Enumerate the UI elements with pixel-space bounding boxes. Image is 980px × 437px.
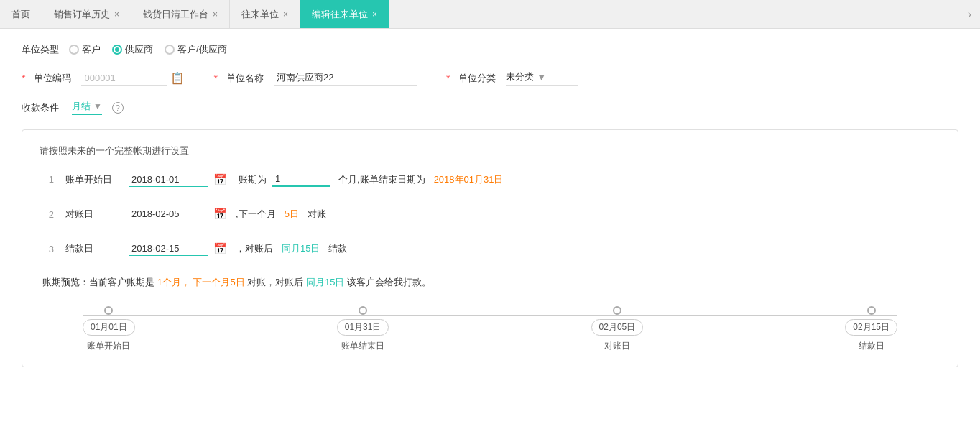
tab-cash-work[interactable]: 钱货日清工作台 ×	[131, 0, 230, 28]
row-1-cal-icon[interactable]: 📅	[213, 173, 227, 186]
row-2-date-input[interactable]	[129, 207, 208, 221]
radio-customer-label: 客户	[82, 43, 101, 56]
payment-select[interactable]: 月结 ▼	[72, 100, 102, 115]
payment-help-icon[interactable]: ?	[112, 102, 124, 114]
row-2-num: 2	[40, 209, 54, 220]
tab-partner-label: 往来单位	[241, 8, 279, 21]
payment-row: 收款条件 月结 ▼ ?	[22, 100, 958, 115]
unit-code-star: *	[22, 73, 25, 84]
timeline-label-3: 对账日	[604, 340, 630, 352]
unit-class-field[interactable]: 未分类 ▼	[506, 70, 578, 86]
payment-select-value: 月结	[72, 100, 91, 113]
row-2-suffix-prefix: ,下一个月	[236, 208, 276, 221]
row-3-key: 结款日	[65, 242, 123, 255]
payment-select-arrow: ▼	[93, 101, 102, 111]
timeline-point-4: 02月15日 结款日	[845, 306, 897, 352]
timeline-date-3: 02月05日	[591, 319, 644, 336]
unit-name-input[interactable]	[274, 71, 417, 86]
row-2-highlight: 5日	[285, 208, 299, 221]
preview-row: 账期预览：当前客户账期是 1个月， 下一个月5日 对账，对账后 同月15日 该客…	[40, 276, 940, 289]
unit-name-label: 单位名称	[226, 72, 264, 85]
card-row-1: 1 账单开始日 📅 账期为 个月,账单结束日期为 2018年01月31日	[40, 172, 940, 187]
tab-sales-history-close[interactable]: ×	[114, 10, 119, 19]
timeline-dot-3	[613, 306, 621, 315]
preview-label: 账期预览：当前客户账期是	[42, 277, 154, 288]
radio-customer-circle	[69, 45, 79, 55]
tab-bar: 首页 销售订单历史 × 钱货日清工作台 × 往来单位 × 编辑往来单位 × ›	[0, 0, 980, 29]
timeline-dot-1	[104, 306, 113, 315]
preview-part3: 对账，对账后	[247, 277, 303, 288]
row-3-date-input[interactable]	[129, 242, 208, 256]
tab-sales-history[interactable]: 销售订单历史 ×	[42, 0, 131, 28]
timeline-label-1: 账单开始日	[87, 340, 130, 352]
row-3-suffix-prefix: ，对账后	[236, 242, 273, 255]
row-2-suffix-end: 对账	[308, 208, 326, 221]
row-3-suffix-end: 结款	[328, 242, 347, 255]
radio-both[interactable]: 客户/供应商	[165, 43, 227, 56]
card-title: 请按照未来的一个完整帐期进行设置	[40, 144, 940, 157]
card-section: 请按照未来的一个完整帐期进行设置 1 账单开始日 📅 账期为 个月,账单结束日期…	[22, 129, 958, 367]
unit-info-row: * 单位编码 📋 * 单位名称 * 单位分类 未分类 ▼	[22, 70, 958, 86]
row-3-num: 3	[40, 244, 54, 254]
unit-code-input[interactable]	[81, 71, 167, 86]
radio-both-label: 客户/供应商	[177, 43, 227, 56]
tab-edit-partner-label: 编辑往来单位	[312, 8, 368, 21]
row-3-highlight: 同月15日	[282, 242, 320, 255]
timeline-date-2: 01月31日	[337, 319, 389, 336]
tab-cash-work-close[interactable]: ×	[213, 10, 218, 19]
preview-part4: 同月15日	[306, 277, 344, 288]
preview-part5: 该客户会给我打款。	[347, 277, 431, 288]
tab-home[interactable]: 首页	[0, 0, 42, 28]
unit-type-row: 单位类型 客户 供应商 客户/供应商	[22, 43, 958, 56]
tab-edit-partner-close[interactable]: ×	[372, 10, 377, 19]
row-1-date-input[interactable]	[129, 172, 208, 187]
tab-sales-history-label: 销售订单历史	[54, 8, 110, 21]
timeline-track: 01月01日 账单开始日 01月31日 账单结束日 02月05日 对账日	[83, 306, 897, 352]
radio-supplier-label: 供应商	[125, 43, 153, 56]
unit-class-value: 未分类	[506, 70, 534, 83]
unit-class-label: 单位分类	[458, 72, 496, 85]
preview-part1: 1个月，	[157, 277, 190, 288]
row-2-cal-icon[interactable]: 📅	[213, 208, 227, 221]
unit-code-field: 📋	[81, 71, 185, 86]
timeline-label-2: 账单结束日	[341, 340, 384, 352]
timeline-label-4: 结款日	[859, 340, 884, 352]
unit-class-dropdown-arrow[interactable]: ▼	[537, 72, 546, 83]
unit-name-field	[274, 71, 417, 86]
row-1-period-input[interactable]	[272, 172, 330, 187]
row-1-mid-label: 账期为	[239, 173, 267, 186]
timeline-point-2: 01月31日 账单结束日	[337, 306, 389, 352]
row-1-num: 1	[40, 174, 54, 185]
row-1-key: 账单开始日	[65, 173, 123, 186]
timeline-dot-2	[359, 306, 367, 315]
unit-type-label: 单位类型	[22, 43, 59, 56]
tab-scroll-arrow[interactable]: ›	[959, 0, 980, 28]
tab-partner-close[interactable]: ×	[283, 10, 288, 19]
payment-label: 收款条件	[22, 101, 59, 114]
page-content: 单位类型 客户 供应商 客户/供应商 * 单位编码 📋 * 单位名称	[0, 29, 980, 437]
row-1-period-unit: 个月,账单结束日期为	[338, 173, 425, 186]
radio-customer[interactable]: 客户	[69, 43, 101, 56]
radio-group: 客户 供应商 客户/供应商	[69, 43, 227, 56]
row-2-key: 对账日	[65, 208, 123, 221]
unit-code-icon[interactable]: 📋	[170, 71, 185, 85]
timeline-point-1: 01月01日 账单开始日	[83, 306, 135, 352]
unit-name-star: *	[213, 73, 217, 84]
card-row-3: 3 结款日 📅 ，对账后 同月15日 结款	[40, 242, 940, 256]
timeline-dot-4	[867, 306, 876, 315]
tab-edit-partner[interactable]: 编辑往来单位 ×	[300, 0, 389, 28]
tab-cash-work-label: 钱货日清工作台	[143, 8, 208, 21]
unit-code-label: 单位编码	[34, 72, 71, 85]
row-3-cal-icon[interactable]: 📅	[213, 242, 227, 255]
radio-both-circle	[165, 45, 175, 55]
preview-part2: 下一个月5日	[193, 277, 244, 288]
timeline-date-4: 02月15日	[845, 319, 897, 336]
tab-partner[interactable]: 往来单位 ×	[230, 0, 300, 28]
timeline-point-3: 02月05日 对账日	[591, 306, 644, 352]
tab-home-label: 首页	[11, 8, 30, 21]
timeline-date-1: 01月01日	[83, 319, 135, 336]
card-row-2: 2 对账日 📅 ,下一个月5日 对账	[40, 207, 940, 221]
radio-supplier-circle	[112, 45, 122, 55]
radio-supplier[interactable]: 供应商	[112, 43, 153, 56]
row-1-period-end: 2018年01月31日	[434, 173, 504, 186]
